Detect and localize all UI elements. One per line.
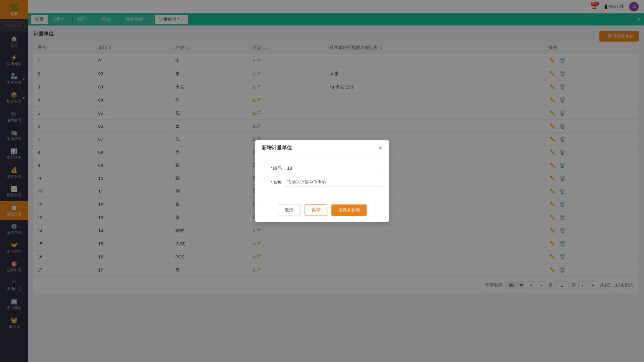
modal-close-button[interactable]: ✕ — [378, 145, 382, 151]
modal-title: 新增计量单位 — [262, 145, 292, 151]
save-button[interactable]: 保存 — [305, 204, 327, 216]
name-required-mark: * — [271, 180, 272, 185]
modal-footer: 取消 保存 保存并新增 — [255, 200, 389, 222]
cancel-button[interactable]: 取消 — [278, 204, 301, 216]
form-row-name: *名称 — [262, 178, 382, 186]
name-input[interactable] — [285, 178, 382, 186]
code-input[interactable] — [285, 164, 382, 172]
code-required-mark: * — [271, 166, 272, 171]
add-unit-modal: 新增计量单位 ✕ *编码 *名称 取消 保存 保存并新增 — [255, 140, 389, 222]
save-and-new-button[interactable]: 保存并新增 — [331, 204, 367, 216]
code-label: *编码 — [262, 165, 282, 171]
modal-header: 新增计量单位 ✕ — [255, 140, 389, 156]
modal-overlay: 新增计量单位 ✕ *编码 *名称 取消 保存 保存并新增 — [0, 0, 644, 362]
modal-body: *编码 *名称 — [255, 156, 389, 200]
name-label: *名称 — [262, 179, 282, 185]
form-row-code: *编码 — [262, 164, 382, 172]
